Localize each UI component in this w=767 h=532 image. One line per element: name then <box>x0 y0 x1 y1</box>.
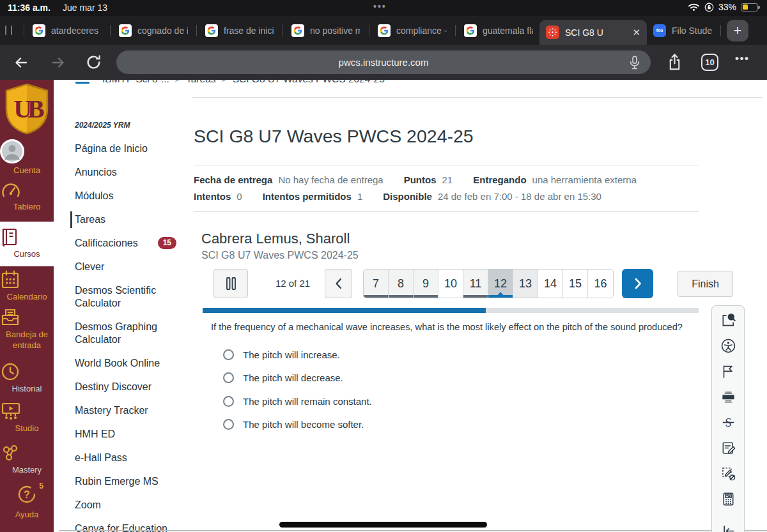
question-cell[interactable]: 7 <box>364 270 389 298</box>
question-cell[interactable]: 9 <box>414 270 438 298</box>
calculator-button[interactable] <box>711 491 745 506</box>
question-cell[interactable]: 13 <box>513 270 538 298</box>
tab-frase[interactable]: frase de inici <box>199 16 281 45</box>
pause-button[interactable] <box>213 269 248 298</box>
sidebar-item-ayuda[interactable]: ? 5 Ayuda <box>0 484 54 521</box>
nav-ehall-pass[interactable]: e-Hall Pass <box>75 452 185 464</box>
notes-button[interactable] <box>711 440 745 455</box>
nav-world-book[interactable]: World Book Online <box>75 357 185 370</box>
sidebar-item-tablero[interactable]: Tablero <box>0 181 54 213</box>
nav-destiny-discover[interactable]: Destiny Discover <box>75 381 185 393</box>
svg-text:UB: UB <box>13 95 44 123</box>
tab-sci-g8-active[interactable]: SCI G8 U ✕ <box>539 20 647 45</box>
sidebar-item-calendario[interactable]: Calendario <box>0 270 54 303</box>
answer-option[interactable]: The pitch will become softer. <box>223 419 364 430</box>
forward-button[interactable] <box>50 54 66 71</box>
sidebar-item-mastery[interactable]: Mastery <box>0 444 54 476</box>
new-tab-button[interactable]: + <box>727 20 748 42</box>
share-icon[interactable] <box>666 53 683 72</box>
tab-filo[interactable]: filo Filo Student: <box>647 16 718 45</box>
nav-desmos-graphing[interactable]: Desmos Graphing Calculator <box>75 321 185 346</box>
course-nav: 2024/2025 YRM Página de Inicio Anuncios … <box>54 80 192 532</box>
collapse-panel-button[interactable] <box>711 523 745 532</box>
nav-rubin-emerge[interactable]: Rubin Emerge MS <box>75 475 185 488</box>
tab-cognado[interactable]: cognado de i <box>112 16 194 45</box>
nav-zoom[interactable]: Zoom <box>75 499 185 512</box>
finish-button[interactable]: Finish <box>678 271 733 297</box>
address-bar[interactable]: pwcs.instructure.com <box>116 50 651 74</box>
tab-guatemala[interactable]: guatemala fla <box>458 16 539 45</box>
history-clock-icon <box>0 361 54 382</box>
home-indicator[interactable] <box>279 522 487 528</box>
radio-button[interactable] <box>223 396 234 407</box>
question-cell[interactable]: 16 <box>588 270 613 298</box>
nav-pagina-de-inicio[interactable]: Página de Inicio <box>75 142 185 155</box>
sidebar-item-cuenta[interactable]: Cuenta <box>0 139 54 176</box>
back-button[interactable] <box>13 54 29 71</box>
multitask-dots-icon[interactable]: ••• <box>373 1 387 11</box>
question-cell[interactable]: 11 <box>463 270 488 298</box>
screen: 11:36 a.m. Jue mar 13 ••• 33% atardecere… <box>0 0 767 532</box>
zoom-tool-button[interactable] <box>711 312 745 328</box>
google-favicon-icon <box>464 24 477 37</box>
canvas-favicon-icon <box>546 26 559 39</box>
sidebar-item-studio[interactable]: Studio <box>0 401 54 434</box>
nav-tareas[interactable]: Tareas <box>75 213 185 226</box>
question-cell[interactable]: 14 <box>538 270 563 298</box>
reload-button[interactable] <box>85 54 102 71</box>
courses-book-icon <box>0 227 54 247</box>
help-icon: ? <box>17 484 37 505</box>
answer-option[interactable]: The pitch will remain constant. <box>223 396 372 407</box>
inbox-icon <box>0 307 54 328</box>
nav-anuncios[interactable]: Anuncios <box>75 166 185 179</box>
tab-count-button[interactable]: 10 <box>701 54 718 71</box>
radio-button[interactable] <box>223 349 234 360</box>
question-cell[interactable]: 8 <box>389 270 414 298</box>
nav-clever[interactable]: Clever <box>75 261 185 273</box>
answer-option[interactable]: The pitch will increase. <box>223 349 340 360</box>
flag-question-button[interactable] <box>711 363 745 379</box>
accessibility-button[interactable] <box>711 338 745 353</box>
answer-eliminator-button[interactable]: S <box>711 414 745 430</box>
question-cell[interactable]: 15 <box>563 270 588 298</box>
radio-button[interactable] <box>223 372 234 383</box>
question-cell-current[interactable]: 12 <box>488 270 513 298</box>
google-favicon-icon <box>291 24 304 37</box>
tab-no-positive[interactable]: no positive m <box>285 16 367 45</box>
school-logo[interactable]: UB <box>4 82 50 135</box>
line-reader-button[interactable] <box>711 389 745 404</box>
nav-modulos[interactable]: Módulos <box>75 190 185 202</box>
page-title: SCI G8 U7 Waves PWCS 2024-25 <box>194 126 474 147</box>
mic-icon[interactable] <box>628 55 642 70</box>
nav-hmh-ed[interactable]: HMH ED <box>75 428 185 441</box>
tab-atardeceres[interactable]: atardeceres <box>26 16 108 45</box>
status-bar: 11:36 a.m. Jue mar 13 ••• 33% <box>0 0 767 16</box>
nav-desmos-scientific[interactable]: Desmos Scientific Calculator <box>75 284 185 310</box>
date: Jue mar 13 <box>63 3 107 13</box>
collapse-left-icon <box>720 523 736 532</box>
breadcrumb-tareas-link[interactable]: Tareas <box>186 80 216 84</box>
breadcrumb-course-link[interactable]: IBMYP Sci 8-... <box>102 80 169 84</box>
nav-calificaciones[interactable]: Calificaciones15 <box>75 237 185 250</box>
next-question-button[interactable] <box>622 269 653 298</box>
answer-option[interactable]: The pitch will decrease. <box>223 372 343 383</box>
sidebar-item-historial[interactable]: Historial <box>0 361 54 395</box>
tab-compliance[interactable]: compliance - <box>371 16 453 45</box>
nav-mastery-tracker[interactable]: Mastery Tracker <box>75 404 185 417</box>
browser-toolbar: pwcs.instructure.com 10 ••• <box>0 45 767 80</box>
sidebar-item-bandeja[interactable]: Bandeja de entrada <box>0 307 54 351</box>
close-tab-icon[interactable]: ✕ <box>632 27 640 38</box>
radio-button[interactable] <box>223 419 234 430</box>
overflow-menu-icon[interactable]: ••• <box>735 52 749 65</box>
tab-label: no positive m <box>310 26 360 36</box>
chevron-left-icon <box>333 277 345 290</box>
accessibility-icon <box>720 338 736 354</box>
previous-question-button[interactable] <box>325 269 352 298</box>
sidebar-item-cursos[interactable]: Cursos <box>0 222 54 266</box>
google-favicon-icon <box>119 24 132 37</box>
question-palette: 7 8 9 10 11 12 13 14 15 16 <box>363 269 614 298</box>
course-menu-hamburger-icon[interactable] <box>75 80 89 86</box>
tab-strip-handle-icon[interactable] <box>5 26 20 35</box>
highlighter-button[interactable] <box>711 466 745 481</box>
question-cell[interactable]: 10 <box>438 270 463 298</box>
